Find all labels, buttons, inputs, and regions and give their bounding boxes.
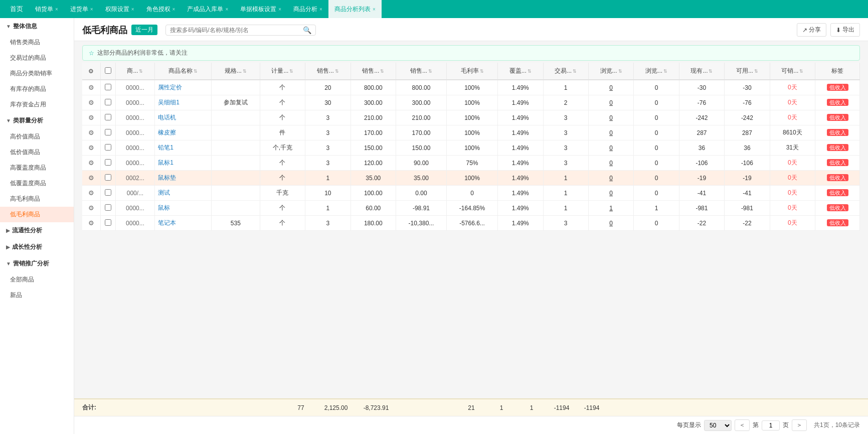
per-page-select[interactable]: 50 20 100	[704, 420, 732, 431]
row-check-9[interactable]	[105, 219, 111, 226]
row-browse1-5[interactable]: 0	[588, 156, 633, 171]
row-name-4[interactable]: 铅笔1	[155, 140, 212, 156]
row-name-9[interactable]: 笔记本	[155, 216, 212, 231]
nav-product-close[interactable]: ×	[225, 7, 228, 12]
sort-trade-icon[interactable]: ⇅	[573, 69, 577, 74]
th-sales-qty[interactable]: 销售... ⇅	[305, 63, 351, 80]
th-tag[interactable]: 标签	[815, 63, 860, 80]
row-checkbox-7[interactable]	[100, 186, 115, 201]
export-button[interactable]: ⬇ 导出	[830, 23, 860, 37]
sidebar-item-inventory-capital[interactable]: 库存资金占用	[0, 97, 74, 112]
th-sales-price[interactable]: 销售... ⇅	[351, 63, 396, 80]
row-checkbox-8[interactable]	[100, 201, 115, 216]
nav-permissions-close[interactable]: ×	[131, 7, 134, 12]
row-name-8[interactable]: 鼠标	[155, 201, 212, 216]
row-settings-4[interactable]: ⚙	[82, 140, 100, 156]
th-gross-rate[interactable]: 毛利率 ⇅	[446, 63, 497, 80]
row-checkbox-1[interactable]	[100, 95, 115, 110]
row-browse1-4[interactable]: 0	[588, 140, 633, 156]
row-check-3[interactable]	[105, 129, 111, 135]
th-available[interactable]: 可用... ⇅	[725, 63, 770, 80]
th-trade[interactable]: 交易... ⇅	[543, 63, 588, 80]
sidebar-item-stocked-goods[interactable]: 有库存的商品	[0, 81, 74, 97]
th-name[interactable]: 商品名称 ⇅	[155, 63, 212, 80]
sidebar-item-low-value[interactable]: 低价值商品	[0, 144, 74, 160]
th-code[interactable]: 商... ⇅	[115, 63, 155, 80]
row-settings-7[interactable]: ⚙	[82, 186, 100, 201]
row-check-4[interactable]	[105, 144, 111, 151]
sidebar-item-sales-goods[interactable]: 销售类商品	[0, 35, 74, 50]
sort-name-icon[interactable]: ⇅	[194, 69, 198, 74]
row-browse1-2[interactable]: 0	[588, 110, 633, 125]
sidebar-item-all-goods[interactable]: 全部商品	[0, 272, 74, 287]
sort-sales-profit-icon[interactable]: ⇅	[428, 69, 432, 74]
row-settings-2[interactable]: ⚙	[82, 110, 100, 125]
row-browse1-8[interactable]: 1	[588, 201, 633, 216]
sort-browse1-icon[interactable]: ⇅	[618, 69, 622, 74]
nav-product-analysis[interactable]: 商品分析 ×	[287, 0, 328, 18]
nav-roles[interactable]: 角色授权 ×	[140, 0, 182, 18]
row-browse1-7[interactable]: 0	[588, 186, 633, 201]
row-browse1-1[interactable]: 0	[588, 95, 633, 110]
page-input[interactable]	[762, 420, 780, 430]
sidebar-group-cluster[interactable]: ▼ 类群量分析	[0, 112, 74, 129]
nav-template[interactable]: 单据模板设置 ×	[234, 0, 287, 18]
row-checkbox-5[interactable]	[100, 156, 115, 171]
sort-cover-icon[interactable]: ⇅	[528, 69, 532, 74]
nav-product-entry[interactable]: 产成品入库单 ×	[181, 0, 234, 18]
sort-code-icon[interactable]: ⇅	[139, 69, 143, 74]
row-checkbox-6[interactable]	[100, 171, 115, 186]
sort-current-icon[interactable]: ⇅	[709, 69, 713, 74]
th-sales-profit[interactable]: 销售... ⇅	[396, 63, 446, 80]
settings-icon[interactable]: ⚙	[88, 68, 94, 75]
nav-product-analysis-close[interactable]: ×	[319, 7, 322, 12]
sort-spec-icon[interactable]: ⇅	[243, 69, 247, 74]
row-checkbox-3[interactable]	[100, 125, 115, 140]
th-spec[interactable]: 规格... ⇅	[211, 63, 260, 80]
sort-gross-rate-icon[interactable]: ⇅	[480, 69, 484, 74]
th-cover[interactable]: 覆盖... ⇅	[498, 63, 543, 80]
row-settings-3[interactable]: ⚙	[82, 125, 100, 140]
sidebar-group-marketing[interactable]: ▼ 营销推广分析	[0, 255, 74, 272]
th-browse2[interactable]: 浏览... ⇅	[634, 63, 679, 80]
next-page-btn[interactable]: ＞	[792, 419, 807, 431]
row-settings-0[interactable]: ⚙	[82, 80, 100, 95]
row-name-1[interactable]: 吴细细1	[155, 95, 212, 110]
sort-sales-qty-icon[interactable]: ⇅	[335, 69, 339, 74]
row-name-7[interactable]: 测试	[155, 186, 212, 201]
nav-analysis-list-close[interactable]: ×	[373, 7, 376, 12]
row-check-5[interactable]	[105, 159, 111, 166]
share-button[interactable]: ↗ 分享	[797, 23, 826, 37]
sidebar-item-new-goods[interactable]: 新品	[0, 287, 74, 303]
row-check-0[interactable]	[105, 84, 111, 90]
row-name-3[interactable]: 橡皮擦	[155, 125, 212, 140]
row-name-6[interactable]: 鼠标垫	[155, 171, 212, 186]
sidebar-item-high-value[interactable]: 高价值商品	[0, 129, 74, 144]
sort-browse2-icon[interactable]: ⇅	[663, 69, 667, 74]
row-check-7[interactable]	[105, 189, 111, 196]
row-check-2[interactable]	[105, 114, 111, 120]
nav-sales-close[interactable]: ×	[55, 7, 58, 12]
search-input[interactable]	[170, 27, 303, 34]
sort-sales-price-icon[interactable]: ⇅	[380, 69, 384, 74]
sidebar-item-category-rate[interactable]: 商品分类助销率	[0, 66, 74, 81]
sidebar-group-flow[interactable]: ▶ 流通性分析	[0, 222, 74, 239]
sort-unit-icon[interactable]: ⇅	[289, 69, 293, 74]
sidebar-item-high-coverage[interactable]: 高覆盖度商品	[0, 160, 74, 176]
row-settings-1[interactable]: ⚙	[82, 95, 100, 110]
row-name-5[interactable]: 鼠标1	[155, 156, 212, 171]
nav-product-analysis-list[interactable]: 商品分析列表 ×	[328, 0, 382, 18]
sidebar-group-growth[interactable]: ▶ 成长性分析	[0, 239, 74, 255]
time-filter-btn[interactable]: 近一月	[131, 25, 157, 35]
nav-template-close[interactable]: ×	[278, 7, 281, 12]
th-saleable[interactable]: 可销... ⇅	[770, 63, 815, 80]
row-check-1[interactable]	[105, 99, 111, 105]
row-browse1-3[interactable]: 0	[588, 125, 633, 140]
th-settings[interactable]: ⚙	[82, 63, 100, 80]
row-checkbox-9[interactable]	[100, 216, 115, 231]
row-name-0[interactable]: 属性定价	[155, 80, 212, 95]
row-checkbox-4[interactable]	[100, 140, 115, 156]
th-check[interactable]	[100, 63, 115, 80]
sort-available-icon[interactable]: ⇅	[754, 69, 758, 74]
nav-purchase[interactable]: 进货单 ×	[64, 0, 99, 18]
